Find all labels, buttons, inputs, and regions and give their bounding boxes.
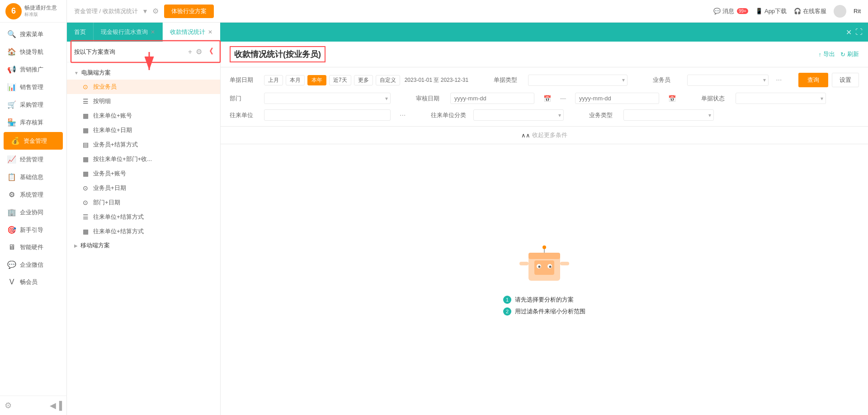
sidebar-item-basic[interactable]: 📋 基础信息 [0,168,66,186]
date-filter-label: 单据日期 [230,76,257,84]
partner-settlement2-label: 往来单位+结算方式 [93,227,213,236]
review-date-end-input[interactable] [575,93,659,104]
online-service-btn[interactable]: 🎧 在线客服 [794,7,826,15]
sidebar-item-operations[interactable]: 📈 经营管理 [0,151,66,168]
sidebar-item-guide[interactable]: 🎯 新手引导 [0,221,66,239]
system-icon: ⚙ [7,190,16,199]
sidebar-item-finance[interactable]: 💰 资金管理 [4,132,63,150]
vip-icon: V [7,278,16,286]
header-right: 💬 消息 99+ 📱 App下载 🎧 在线客服 Rit [713,5,861,18]
refresh-btn[interactable]: ↻ 刷新 [840,50,859,58]
date-last-7-days[interactable]: 近7天 [329,75,351,85]
tree-item-by-salesperson[interactable]: ⊙ 按业务员 [67,80,220,94]
breadcrumb-dropdown-icon[interactable]: ▾ [143,7,147,15]
setting-btn[interactable]: 设置 [832,73,859,87]
counterparty-select[interactable] [264,109,391,121]
salesperson-more-dots[interactable]: ··· [776,76,782,84]
online-service-label: 在线客服 [803,7,826,15]
tree-item-detail[interactable]: ☰ 按明细 [67,94,220,108]
tree-item-partner-settlement1[interactable]: ☰ 往来单位+结算方式 [67,210,220,224]
date-this-month[interactable]: 本月 [286,75,305,85]
sidebar-nav: 🔍 搜索菜单 🏠 快捷导航 📢 营销推广 📊 销售管理 🛒 采购管理 🏪 库存核… [0,23,66,396]
counterparty-select-wrapper [264,109,391,121]
tree-item-salesperson-date[interactable]: ⊙ 业务员+日期 [67,181,220,195]
tree-item-partner-account[interactable]: ▦ 往来单位+账号 [67,108,220,123]
panel-header: 按以下方案查询 + ⚙ 《 [67,42,220,62]
sidebar: 6 畅捷通好生意 标准版 🔍 搜索菜单 🏠 快捷导航 📢 营销推广 📊 销售管理… [0,0,67,415]
sidebar-item-marketing[interactable]: 📢 营销推广 [0,61,66,78]
query-btn[interactable]: 查询 [798,73,828,87]
business-type-label: 业务类型 [589,111,616,119]
salesperson-select[interactable] [687,75,769,86]
date-this-year[interactable]: 本年 [307,75,326,85]
panel-collapse-btn[interactable]: 《 [206,47,213,57]
operations-icon: 📈 [7,155,16,164]
sidebar-item-operations-label: 经营管理 [20,156,43,164]
review-date-start-input[interactable] [450,93,534,104]
sidebar-item-sales-label: 销售管理 [20,83,43,91]
partner-settlement1-icon: ☰ [81,213,90,221]
add-scheme-btn[interactable]: + [188,48,192,56]
sidebar-item-purchase[interactable]: 🛒 采购管理 [0,96,66,113]
date-more[interactable]: 更多 [354,75,373,85]
scheme-setting-btn[interactable]: ⚙ [196,47,202,56]
tab-cashflow[interactable]: 现金银行流水查询 ✕ [94,23,163,42]
counterparty-more-dots[interactable]: ··· [400,111,406,119]
collapse-bar[interactable]: ∧∧ 收起更多条件 [221,127,868,144]
message-btn[interactable]: 💬 消息 99+ [713,7,748,15]
trial-btn[interactable]: 体验行业方案 [164,5,214,18]
tree-item-dept-date[interactable]: ⊙ 部门+日期 [67,195,220,210]
window-close-icon[interactable]: ✕ [846,28,852,37]
sidebar-item-hardware-label: 智能硬件 [20,243,43,251]
tab-receivable[interactable]: 收款情况统计 ✕ [163,23,220,42]
tab-window-btns: ✕ ⛶ [840,28,868,37]
app-download-btn[interactable]: 📱 App下载 [755,7,787,15]
date-custom[interactable]: 自定义 [376,75,400,85]
sidebar-item-hardware[interactable]: 🖥 智能硬件 [0,239,66,256]
main-area: 资金管理 / 收款情况统计 ▾ ⚙ 体验行业方案 💬 消息 99+ 📱 App下… [67,0,868,415]
voucher-type-select[interactable] [528,75,627,86]
refresh-label: 刷新 [847,50,859,58]
sidebar-item-sales[interactable]: 📊 销售管理 [0,78,66,96]
tab-home[interactable]: 首页 [67,23,94,42]
tree-item-partner-date[interactable]: ▦ 往来单位+日期 [67,123,220,137]
user-avatar[interactable] [834,5,846,18]
header-gear-icon[interactable]: ⚙ [152,7,159,15]
tree-item-salesperson-settlement[interactable]: ▤ 业务员+结算方式 [67,137,220,152]
sidebar-item-search[interactable]: 🔍 搜索菜单 [0,25,66,43]
tree-item-partner-settlement2[interactable]: ▦ 往来单位+结算方式 [67,224,220,239]
guide-icon: 🎯 [7,226,16,234]
voucher-status-select-wrapper: ▾ [736,93,826,104]
date-dash: — [560,95,566,102]
business-type-select[interactable] [623,109,714,121]
review-date-end-cal-icon[interactable]: 📅 [668,95,676,102]
sidebar-item-enterprise[interactable]: 🏢 企业协同 [0,203,66,221]
tree-group-mobile[interactable]: ▶ 移动端方案 [67,239,220,252]
tree-group-desktop[interactable]: ▼ 电脑端方案 [67,66,220,80]
sidebar-item-vip[interactable]: V 畅会员 [0,274,66,291]
dept-select[interactable] [264,93,391,104]
collapse-sidebar-btn[interactable]: ◀▐ [50,401,62,410]
sidebar-item-wechat-label: 企业微信 [20,261,43,269]
window-maximize-icon[interactable]: ⛶ [855,28,863,36]
counterparty-cat-select[interactable] [473,109,564,121]
salesperson-filter-label: 业务员 [653,76,680,84]
date-last-month[interactable]: 上月 [264,75,283,85]
partner-account-label: 往来单位+账号 [93,112,213,120]
tree-item-salesperson-account[interactable]: ▦ 业务员+账号 [67,166,220,181]
export-btn[interactable]: ↑ 导出 [819,50,835,58]
voucher-status-select[interactable] [736,93,826,104]
review-date-start-cal-icon[interactable]: 📅 [543,95,551,102]
page-title-actions: ↑ 导出 ↻ 刷新 [819,50,859,58]
sidebar-item-quicknav[interactable]: 🏠 快捷导航 [0,43,66,61]
settings-footer-btn[interactable]: ⚙ [5,401,12,410]
tree-item-partner-dept[interactable]: ▦ 按往来单位+部门+收... [67,152,220,166]
sidebar-item-system[interactable]: ⚙ 系统管理 [0,186,66,203]
sidebar-item-inventory[interactable]: 🏪 库存核算 [0,113,66,131]
cashflow-tab-close-icon[interactable]: ✕ [151,29,155,35]
receivable-tab-close-icon[interactable]: ✕ [208,29,212,35]
hint-step-2-num: 2 [503,307,511,316]
sidebar-item-wechat[interactable]: 💬 企业微信 [0,256,66,274]
page-title: 收款情况统计(按业务员) [230,46,326,62]
export-label: 导出 [823,50,835,58]
